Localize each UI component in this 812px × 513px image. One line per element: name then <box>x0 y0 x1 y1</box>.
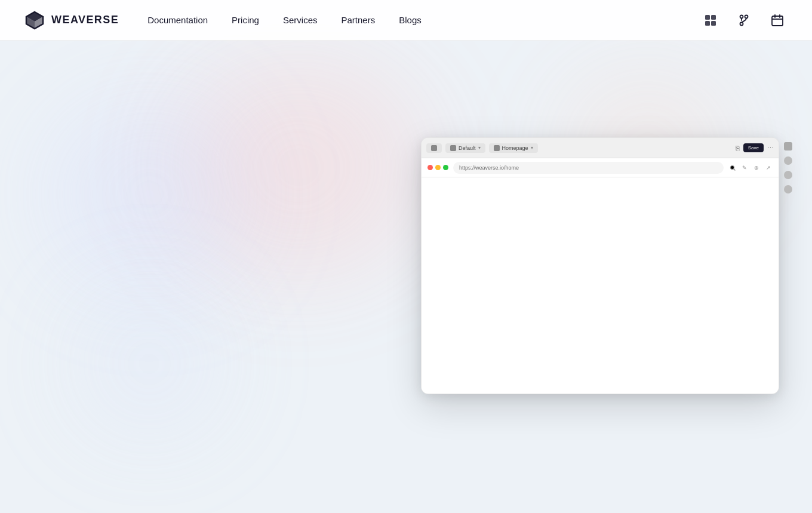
navbar-right <box>700 10 788 31</box>
apps-icon <box>704 14 717 27</box>
logo-icon <box>24 10 45 31</box>
apps-icon-button[interactable] <box>700 10 721 31</box>
browser-tab-default[interactable]: Default ▾ <box>445 143 485 153</box>
hero-section: Default ▾ Homepage ▾ ⎘ Save ⋯ https <box>0 0 812 513</box>
logo[interactable]: WEAVERSE <box>24 10 119 31</box>
side-panel-icon-2[interactable] <box>784 156 792 165</box>
browser-content-area <box>422 177 779 394</box>
traffic-light-red <box>427 165 433 170</box>
browser-right-panel <box>782 137 794 209</box>
traffic-lights <box>427 165 448 170</box>
tab-more-icon[interactable]: ⋯ <box>767 144 774 152</box>
browser-address-bar: https://weaverse.io/home ✎ ⊕ ↗ <box>422 158 779 177</box>
navbar-left: WEAVERSE Documentation Pricing Services … <box>24 10 422 31</box>
logo-text: WEAVERSE <box>51 14 119 26</box>
tab-homepage-label: Homepage <box>502 145 528 151</box>
browser-mockup: Default ▾ Homepage ▾ ⎘ Save ⋯ https <box>421 137 779 394</box>
fork-icon-button[interactable] <box>733 10 755 31</box>
svg-rect-4 <box>705 15 710 20</box>
blob-lavender <box>60 274 239 453</box>
svg-rect-5 <box>711 15 716 20</box>
edit-icon[interactable]: ✎ <box>740 164 749 172</box>
blob-blue <box>30 90 269 299</box>
nav-partners[interactable]: Partners <box>342 15 376 25</box>
nav-services[interactable]: Services <box>283 15 318 25</box>
tab-default-chevron: ▾ <box>478 145 481 150</box>
address-bar-input[interactable]: https://weaverse.io/home <box>453 162 724 174</box>
tab-homepage-chevron: ▾ <box>531 145 533 150</box>
side-panel-icon-3[interactable] <box>784 171 792 179</box>
svg-rect-7 <box>711 21 716 26</box>
calendar-icon-button[interactable] <box>767 10 788 31</box>
tab-copy-icon[interactable]: ⎘ <box>736 145 740 152</box>
browser-tab-homepage[interactable]: Homepage ▾ <box>489 143 538 153</box>
search-icon <box>730 165 736 171</box>
tab-favicon <box>431 145 437 151</box>
shield-icon[interactable]: ⊕ <box>752 164 761 172</box>
browser-tab-controls: ⎘ Save ⋯ <box>736 143 774 152</box>
browser-save-button[interactable]: Save <box>743 143 764 152</box>
nav-blogs[interactable]: Blogs <box>399 15 422 25</box>
navbar: WEAVERSE Documentation Pricing Services … <box>0 0 812 41</box>
side-panel-icon-4[interactable] <box>784 185 792 193</box>
traffic-light-green <box>443 165 448 170</box>
nav-links: Documentation Pricing Services Partners … <box>147 15 422 25</box>
share-icon[interactable]: ↗ <box>764 164 773 172</box>
address-actions: ✎ ⊕ ↗ <box>728 164 773 172</box>
nav-pricing[interactable]: Pricing <box>232 15 259 25</box>
svg-rect-11 <box>772 16 783 26</box>
tab-default-label: Default <box>459 145 476 151</box>
traffic-light-yellow <box>435 165 441 170</box>
tab-default-favicon <box>450 145 456 151</box>
side-panel-icon-1[interactable] <box>784 142 792 150</box>
svg-rect-6 <box>705 21 710 26</box>
calendar-icon <box>771 14 784 27</box>
search-addr-icon[interactable] <box>728 164 737 172</box>
address-text: https://weaverse.io/home <box>459 165 519 171</box>
browser-tab-bar: Default ▾ Homepage ▾ ⎘ Save ⋯ <box>422 138 779 158</box>
nav-documentation[interactable]: Documentation <box>147 15 208 25</box>
fork-icon <box>737 14 751 27</box>
tab-homepage-favicon <box>494 145 500 151</box>
browser-tab-icon <box>426 143 442 153</box>
